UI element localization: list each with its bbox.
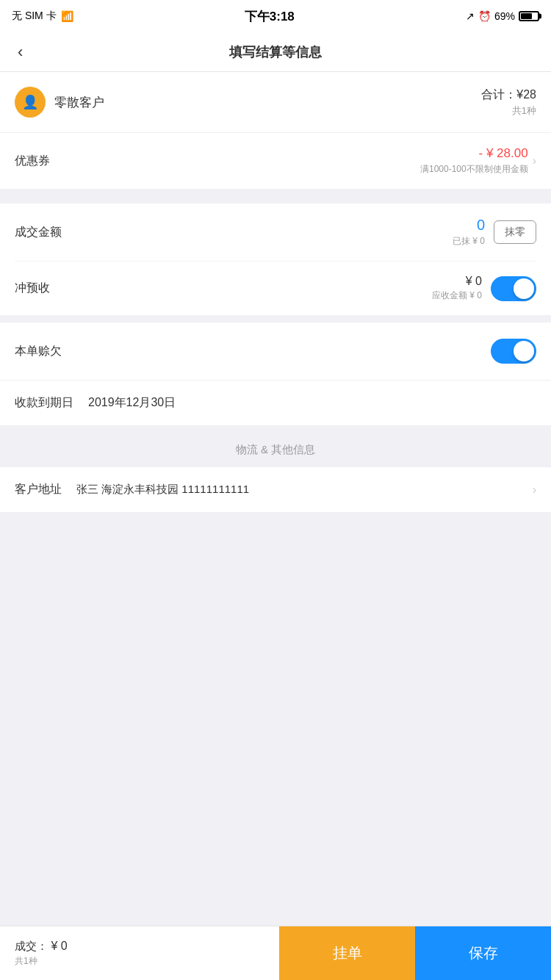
coupon-chevron-icon: › bbox=[533, 154, 536, 167]
address-row[interactable]: 客户地址 张三 海淀永丰科技园 11111111111 › bbox=[0, 467, 551, 512]
advance-right: ¥ 0 应收金额 ¥ 0 bbox=[432, 275, 536, 302]
round-button[interactable]: 抹零 bbox=[494, 220, 536, 244]
alarm-icon: ⏰ bbox=[478, 10, 491, 22]
address-chevron-icon: › bbox=[533, 483, 536, 497]
status-left: 无 SIM 卡 📶 bbox=[12, 10, 73, 23]
credit-section: 本单赊欠 收款到期日 2019年12月30日 bbox=[0, 323, 551, 425]
address-value: 张三 海淀永丰科技园 11111111111 bbox=[76, 483, 533, 497]
customer-section: 👤 零散客户 合计：¥28 共1种 优惠券 - ¥ 28.00 满1000-10… bbox=[0, 72, 551, 189]
bottom-deal-label: 成交： bbox=[15, 940, 48, 952]
nav-bar: ‹ 填写结算等信息 bbox=[0, 32, 551, 72]
logistics-label: 物流 & 其他信息 bbox=[236, 443, 315, 455]
due-date-label: 收款到期日 bbox=[15, 395, 73, 411]
wifi-icon: 📶 bbox=[61, 10, 73, 22]
divider-1 bbox=[0, 196, 551, 203]
credit-row: 本单赊欠 bbox=[0, 323, 551, 380]
status-right: ↗ ⏰ 69% bbox=[466, 10, 539, 22]
customer-right: 合计：¥28 共1种 bbox=[481, 87, 536, 118]
customer-name: 零散客户 bbox=[54, 94, 104, 111]
coupon-row[interactable]: 优惠券 - ¥ 28.00 满1000-100不限制使用金额 › bbox=[0, 132, 551, 189]
address-label: 客户地址 bbox=[15, 482, 62, 497]
toggle-knob bbox=[514, 278, 534, 299]
status-bar: 无 SIM 卡 📶 下午3:18 ↗ ⏰ 69% bbox=[0, 0, 551, 32]
customer-avatar: 👤 bbox=[15, 87, 46, 118]
advance-payment-toggle[interactable] bbox=[491, 276, 536, 301]
due-date-row: 收款到期日 2019年12月30日 bbox=[0, 380, 551, 425]
battery-bar bbox=[519, 11, 539, 21]
avatar-icon: 👤 bbox=[22, 94, 38, 110]
back-button[interactable]: ‹ bbox=[12, 37, 29, 68]
advance-sub: 应收金额 ¥ 0 bbox=[432, 289, 482, 302]
credit-label: 本单赊欠 bbox=[15, 344, 62, 359]
coupon-description: 满1000-100不限制使用金额 bbox=[420, 163, 528, 176]
transaction-amount-value: 0 bbox=[477, 217, 485, 234]
battery-fill bbox=[521, 13, 532, 19]
transaction-amount-sub: 已抹 ¥ 0 bbox=[453, 235, 485, 248]
customer-row: 👤 零散客户 合计：¥28 共1种 bbox=[0, 72, 551, 132]
credit-toggle-knob bbox=[514, 341, 534, 361]
content-area: 👤 零散客户 合计：¥28 共1种 优惠券 - ¥ 28.00 满1000-10… bbox=[0, 72, 551, 578]
customer-left: 👤 零散客户 bbox=[15, 87, 104, 118]
total-amount: 合计：¥28 bbox=[481, 87, 536, 103]
sim-label: 无 SIM 卡 bbox=[12, 10, 57, 23]
battery-percent: 69% bbox=[494, 10, 515, 22]
advance-payment-label: 冲预收 bbox=[15, 281, 50, 296]
transaction-amount-row: 成交金额 0 已抹 ¥ 0 抹零 bbox=[15, 203, 536, 262]
divider-2 bbox=[0, 315, 551, 323]
transaction-amount-right: 0 已抹 ¥ 0 抹零 bbox=[453, 217, 536, 248]
address-section: 客户地址 张三 海淀永丰科技园 11111111111 › bbox=[0, 467, 551, 512]
logistics-section: 物流 & 其他信息 bbox=[0, 433, 551, 467]
status-time: 下午3:18 bbox=[245, 8, 295, 25]
total-count: 共1种 bbox=[481, 104, 536, 118]
bottom-count: 共1种 bbox=[15, 955, 264, 968]
amount-col: 0 已抹 ¥ 0 bbox=[453, 217, 485, 248]
bottom-deal-amount: ¥ 0 bbox=[51, 940, 67, 952]
bottom-info: 成交： ¥ 0 共1种 bbox=[0, 940, 279, 968]
amount-section: 成交金额 0 已抹 ¥ 0 抹零 冲预收 ¥ 0 应收金额 ¥ 0 bbox=[0, 203, 551, 315]
due-date-value: 2019年12月30日 bbox=[88, 395, 176, 411]
credit-toggle[interactable] bbox=[491, 339, 536, 364]
transaction-amount-label: 成交金额 bbox=[15, 225, 62, 240]
bottom-bar: 成交： ¥ 0 共1种 挂单 保存 bbox=[0, 926, 551, 980]
bottom-deal-row: 成交： ¥ 0 bbox=[15, 940, 264, 954]
page-title: 填写结算等信息 bbox=[229, 43, 322, 61]
save-button[interactable]: 保存 bbox=[415, 926, 551, 981]
coupon-discount: - ¥ 28.00 bbox=[420, 146, 528, 161]
advance-values: ¥ 0 应收金额 ¥ 0 bbox=[432, 275, 482, 302]
location-icon: ↗ bbox=[466, 10, 475, 22]
coupon-right: - ¥ 28.00 满1000-100不限制使用金额 bbox=[420, 146, 528, 176]
hang-button[interactable]: 挂单 bbox=[279, 926, 415, 981]
advance-payment-row: 冲预收 ¥ 0 应收金额 ¥ 0 bbox=[15, 262, 536, 315]
coupon-label: 优惠券 bbox=[15, 154, 50, 169]
advance-amount: ¥ 0 bbox=[432, 275, 482, 288]
